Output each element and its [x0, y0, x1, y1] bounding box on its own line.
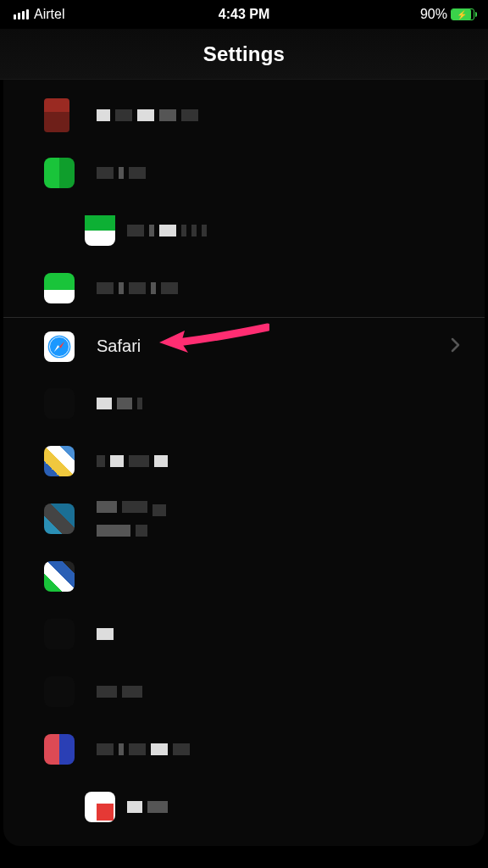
list-item-safari[interactable]: Safari: [3, 317, 485, 375]
row-label: Safari: [97, 337, 141, 356]
redacted-label: [97, 686, 142, 698]
app-icon: [44, 561, 75, 592]
settings-header: Settings: [0, 29, 488, 80]
redacted-label: [97, 628, 114, 640]
app-icon: [44, 504, 75, 534]
redacted-label: [97, 398, 142, 409]
app-icon: [44, 676, 75, 707]
list-item[interactable]: [3, 375, 485, 432]
redacted-label: [127, 801, 168, 813]
charging-icon: ⚡: [457, 10, 467, 19]
list-item[interactable]: [3, 432, 485, 490]
list-item[interactable]: [3, 86, 485, 144]
app-icon: [44, 158, 75, 188]
list-item[interactable]: [3, 202, 485, 259]
list-item[interactable]: [3, 605, 485, 663]
list-item[interactable]: [3, 778, 485, 836]
list-item[interactable]: [3, 721, 485, 778]
redacted-label: [97, 501, 198, 537]
app-icon: [85, 215, 115, 246]
list-item[interactable]: [3, 548, 485, 605]
app-icon: [44, 98, 69, 132]
app-icon: [44, 619, 75, 649]
list-item[interactable]: [3, 144, 485, 202]
app-icon: [44, 273, 75, 303]
battery-icon: ⚡: [451, 8, 474, 20]
safari-icon: [44, 331, 75, 362]
redacted-label: [127, 225, 207, 236]
chevron-right-icon: [451, 337, 461, 356]
status-bar: Airtel 4:43 PM 90% ⚡: [0, 0, 488, 29]
redacted-label: [97, 167, 146, 179]
app-icon: [44, 388, 75, 419]
clock: 4:43 PM: [0, 7, 488, 22]
app-icon: [44, 446, 75, 476]
page-title: Settings: [203, 42, 285, 66]
list-item[interactable]: [3, 490, 485, 548]
app-icon: [85, 792, 115, 822]
app-icon: [44, 734, 75, 765]
settings-list[interactable]: Safari: [3, 80, 485, 846]
redacted-label: [97, 455, 168, 467]
list-item[interactable]: [3, 663, 485, 721]
list-item[interactable]: [3, 259, 485, 317]
redacted-label: [97, 282, 178, 294]
redacted-label: [97, 743, 190, 755]
redacted-label: [97, 109, 198, 121]
